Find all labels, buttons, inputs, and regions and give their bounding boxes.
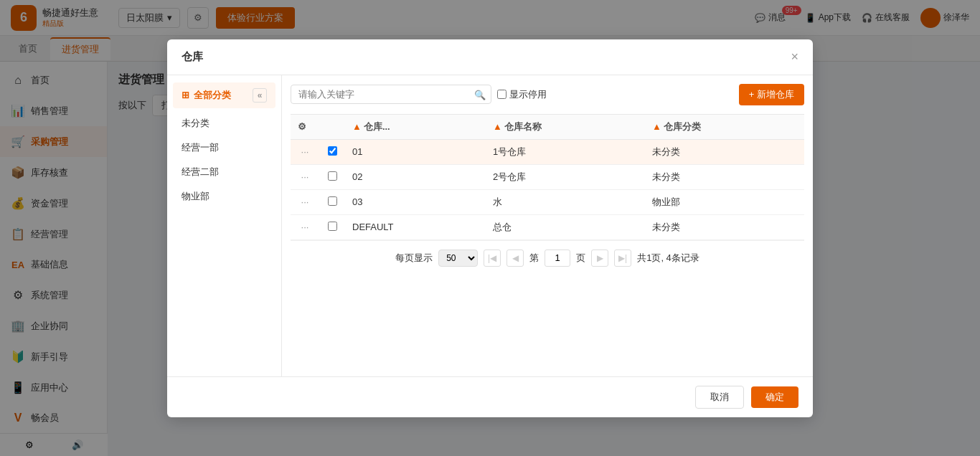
- col-header-code[interactable]: ▲ 仓库...: [345, 114, 486, 139]
- row-code: DEFAULT: [345, 214, 486, 239]
- show-disabled-checkbox[interactable]: [497, 90, 507, 99]
- row-checkbox-cell[interactable]: [319, 189, 345, 214]
- row-checkbox[interactable]: [328, 171, 337, 181]
- first-page-button[interactable]: |◀: [484, 250, 501, 267]
- col-header-name[interactable]: ▲ 仓库名称: [486, 114, 645, 139]
- modal-overlay: 仓库 × ⊞ 全部分类 « 未分类 经营一部 经营二部 物业部: [0, 0, 980, 456]
- per-page-select[interactable]: 50 20 100: [438, 250, 478, 267]
- row-category: 未分类: [645, 214, 804, 239]
- sort-icon-name: ▲: [493, 121, 502, 132]
- row-checkbox-cell[interactable]: [319, 164, 345, 189]
- modal-sidebar-item-unclassified[interactable]: 未分类: [167, 111, 281, 136]
- pagination-bar: 每页显示 50 20 100 |◀ ◀ 第 页 ▶ ▶| 共1页, 4条记录: [291, 240, 804, 275]
- modal-title: 仓库: [182, 50, 203, 64]
- row-actions[interactable]: ···: [291, 164, 319, 189]
- row-checkbox-cell[interactable]: [319, 139, 345, 164]
- modal-header: 仓库 ×: [167, 39, 813, 75]
- row-actions[interactable]: ···: [291, 139, 319, 164]
- modal-right-content: 🔍 显示停用 + 新增仓库 ⚙: [282, 75, 813, 376]
- row-name: 总仓: [486, 214, 645, 239]
- row-actions[interactable]: ···: [291, 189, 319, 214]
- col-header-gear[interactable]: ⚙: [291, 114, 319, 139]
- cancel-button[interactable]: 取消: [695, 386, 744, 409]
- modal-category-sidebar: ⊞ 全部分类 « 未分类 经营一部 经营二部 物业部: [167, 75, 282, 376]
- grid-icon: ⊞: [182, 90, 189, 100]
- row-name: 1号仓库: [486, 139, 645, 164]
- row-category: 未分类: [645, 164, 804, 189]
- row-checkbox-cell[interactable]: [319, 214, 345, 239]
- total-info: 共1页, 4条记录: [637, 252, 699, 265]
- row-category: 物业部: [645, 189, 804, 214]
- last-page-button[interactable]: ▶|: [614, 250, 631, 267]
- row-category: 未分类: [645, 139, 804, 164]
- row-code: 03: [345, 189, 486, 214]
- page-number-input[interactable]: [545, 250, 570, 267]
- search-input-wrap: 🔍: [291, 85, 491, 104]
- modal-close-button[interactable]: ×: [791, 49, 798, 65]
- table-row[interactable]: ··· 02 2号仓库 未分类: [291, 164, 804, 189]
- modal-sidebar-item-property[interactable]: 物业部: [167, 184, 281, 209]
- sort-icon: ▲: [352, 121, 362, 132]
- row-code: 02: [345, 164, 486, 189]
- prev-page-button[interactable]: ◀: [507, 250, 524, 267]
- table-row[interactable]: ··· DEFAULT 总仓 未分类: [291, 214, 804, 239]
- row-checkbox[interactable]: [328, 146, 337, 156]
- modal-footer: 取消 确定: [167, 376, 813, 417]
- modal-body: ⊞ 全部分类 « 未分类 经营一部 经营二部 物业部 🔍: [167, 75, 813, 376]
- modal-toolbar: 🔍 显示停用 + 新增仓库: [291, 84, 804, 105]
- per-page-label: 每页显示: [395, 252, 433, 265]
- col-header-category[interactable]: ▲ 仓库分类: [645, 114, 804, 139]
- row-checkbox[interactable]: [328, 222, 337, 231]
- row-code: 01: [345, 139, 486, 164]
- page-label: 第: [529, 252, 539, 265]
- row-name: 2号仓库: [486, 164, 645, 189]
- modal-sidebar-item-ops1[interactable]: 经营一部: [167, 136, 281, 160]
- confirm-button[interactable]: 确定: [751, 386, 798, 408]
- sidebar-collapse-button[interactable]: «: [253, 88, 267, 103]
- warehouse-table: ⚙ ▲ 仓库... ▲ 仓库名称: [291, 114, 804, 240]
- modal-sidebar-header: ⊞ 全部分类 «: [173, 82, 275, 108]
- next-page-button[interactable]: ▶: [591, 250, 608, 267]
- add-warehouse-button[interactable]: + 新增仓库: [739, 84, 804, 105]
- col-header-checkbox: [319, 114, 345, 139]
- page-unit: 页: [576, 252, 585, 265]
- table-row[interactable]: ··· 01 1号仓库 未分类: [291, 139, 804, 164]
- search-input[interactable]: [291, 85, 491, 104]
- row-checkbox[interactable]: [328, 196, 337, 206]
- show-disabled-checkbox-label[interactable]: 显示停用: [497, 88, 547, 101]
- search-icon[interactable]: 🔍: [474, 89, 486, 100]
- table-row[interactable]: ··· 03 水 物业部: [291, 189, 804, 214]
- modal-sidebar-item-ops2[interactable]: 经营二部: [167, 160, 281, 184]
- warehouse-modal: 仓库 × ⊞ 全部分类 « 未分类 经营一部 经营二部 物业部: [167, 39, 813, 417]
- row-name: 水: [486, 189, 645, 214]
- row-actions[interactable]: ···: [291, 214, 319, 239]
- sort-icon-cat: ▲: [652, 121, 661, 132]
